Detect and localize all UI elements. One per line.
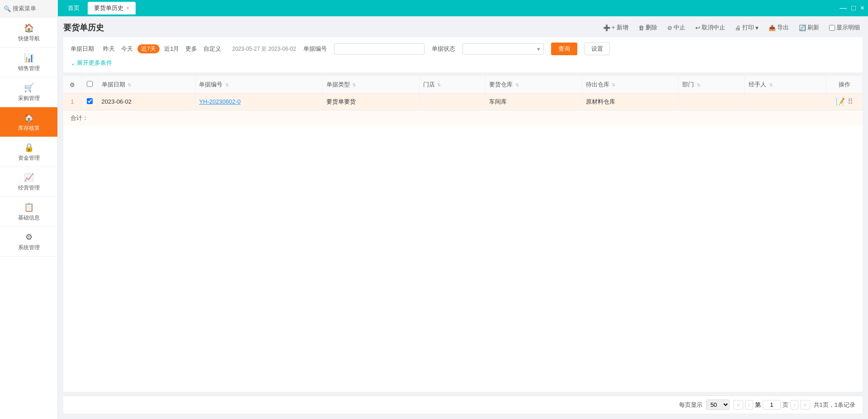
sort-icon: ⇅ [225, 82, 229, 87]
total-info: 共1页，1条记录 [814, 401, 855, 409]
th-store[interactable]: 门店 ⇅ [419, 76, 485, 94]
shortcut-7days[interactable]: 近7天 [137, 44, 160, 53]
sidebar-item-quick-nav[interactable]: 🏠 快捷导航 [0, 18, 57, 48]
sidebar-item-finance[interactable]: 🔒 资金管理 [0, 137, 57, 167]
th-doc-type-label: 单据类型 [326, 81, 350, 88]
select-all-checkbox[interactable] [87, 81, 93, 87]
sort-icon: ⇅ [612, 82, 615, 87]
sort-icon: ⇅ [697, 82, 700, 87]
doc-status-select[interactable] [462, 43, 544, 55]
sidebar-item-basic[interactable]: 📋 基础信息 [0, 197, 57, 227]
th-pending-warehouse[interactable]: 待出仓库 ⇅ [582, 76, 679, 94]
row-checkbox[interactable] [81, 94, 98, 110]
plus-icon: ➕ [603, 24, 610, 31]
table-area: ⚙ 单据日期 ⇅ 单据编号 ⇅ 单据类型 [63, 76, 863, 392]
row-doc-type: 要货单要货 [322, 94, 419, 110]
stop-label: 中止 [674, 24, 685, 32]
stop-button[interactable]: ⊘ 中止 [665, 22, 688, 33]
sidebar-item-purchase[interactable]: 🛒 采购管理 [0, 77, 57, 107]
expand-filter-button[interactable]: ⌄ 展开更多条件 [71, 59, 855, 67]
date-filter-label: 单据日期 [71, 45, 94, 53]
cancel-stop-button[interactable]: ↩ 取消中止 [693, 22, 728, 33]
close-window-button[interactable]: × [860, 4, 864, 12]
search-button[interactable]: 查询 [551, 43, 577, 55]
th-doc-no[interactable]: 单据编号 ⇅ [195, 76, 322, 94]
show-detail-toggle[interactable]: 显示明细 [826, 22, 863, 33]
th-checkbox [81, 76, 98, 94]
page-header: 要货单历史 ➕ + 新增 🗑 删除 ⊘ 中止 ↩ 取消中止 [63, 22, 863, 33]
sort-icon: ⇅ [769, 82, 773, 87]
row-req-warehouse: 车间库 [486, 94, 582, 110]
row-dept [679, 94, 745, 110]
export-label: 导出 [777, 24, 789, 32]
tab-home[interactable]: 首页 [61, 2, 86, 14]
table-footer: 合计： [63, 110, 863, 126]
next-page-button[interactable]: › [790, 400, 798, 409]
sidebar-search[interactable]: 🔍 搜索菜单 [0, 0, 57, 18]
prev-page-button[interactable]: ‹ [745, 400, 753, 409]
shortcut-more[interactable]: 更多 [184, 44, 199, 53]
th-req-warehouse[interactable]: 要货仓库 ⇅ [486, 76, 582, 94]
row-edit-button[interactable]: 📝 [836, 97, 845, 106]
doc-no-input[interactable] [334, 43, 425, 55]
refresh-button[interactable]: 🔄 刷新 [796, 22, 822, 33]
shortcut-custom[interactable]: 自定义 [202, 44, 223, 53]
sidebar-item-label: 采购管理 [18, 95, 40, 102]
restore-button[interactable]: □ [851, 4, 856, 12]
page-title: 要货单历史 [63, 22, 104, 33]
main-area: 首页 要货单历史 × — □ × 要货单历史 ➕ + 新增 🗑 删除 [58, 0, 868, 419]
operation-icon: 📈 [24, 172, 34, 182]
table-row: 1 2023-06-02 YH-20230602-0 要货单要货 车间库 原材料… [63, 94, 863, 110]
show-detail-checkbox[interactable] [829, 25, 835, 31]
sort-icon: ⇅ [127, 82, 131, 87]
tab-bar-right: — □ × [840, 4, 864, 12]
delete-button[interactable]: 🗑 删除 [636, 22, 660, 33]
filter-area: 单据日期 昨天 今天 近7天 近1月 更多 自定义 2023-05-27 至 2… [63, 37, 863, 72]
sidebar-item-label: 资金管理 [18, 154, 40, 162]
sort-icon: ⇅ [352, 82, 356, 87]
sidebar-item-system[interactable]: ⚙ 系统管理 [0, 227, 57, 257]
print-button[interactable]: 🖨 打印 ▾ [732, 22, 761, 33]
th-dept[interactable]: 部门 ⇅ [679, 76, 745, 94]
shortcut-yesterday[interactable]: 昨天 [101, 44, 117, 53]
new-button[interactable]: ➕ + 新增 [600, 22, 631, 33]
toolbar: ➕ + 新增 🗑 删除 ⊘ 中止 ↩ 取消中止 🖨 打印 [600, 22, 863, 33]
doc-status-label: 单据状态 [432, 45, 455, 53]
export-icon: 📤 [769, 24, 776, 31]
th-doc-no-label: 单据编号 [199, 81, 222, 88]
sidebar-item-inventory[interactable]: 🏠 库存核算 [0, 107, 57, 137]
tab-active[interactable]: 要货单历史 × [88, 2, 136, 14]
sidebar-item-operation[interactable]: 📈 经营管理 [0, 167, 57, 197]
pagination-bar: 每页显示 20 50 100 « ‹ 第 页 › » 共1页，1条记录 [63, 395, 863, 414]
cancel-stop-icon: ↩ [695, 24, 700, 31]
row-more-button[interactable]: ⠿ [848, 97, 853, 106]
page-size-select[interactable]: 20 50 100 [706, 400, 730, 410]
shortcut-today[interactable]: 今天 [119, 44, 135, 53]
th-handler[interactable]: 经手人 ⇅ [745, 76, 826, 94]
row-num: 1 [63, 94, 81, 110]
date-range-display: 2023-05-27 至 2023-06-02 [232, 45, 296, 53]
tab-close-icon[interactable]: × [126, 5, 129, 11]
home-icon: 🏠 [24, 23, 34, 33]
export-button[interactable]: 📤 导出 [766, 22, 792, 33]
expand-label: 展开更多条件 [77, 59, 112, 67]
date-shortcuts: 昨天 今天 近7天 近1月 更多 自定义 [101, 44, 223, 53]
content-area: 要货单历史 ➕ + 新增 🗑 删除 ⊘ 中止 ↩ 取消中止 [58, 16, 868, 419]
last-page-button[interactable]: » [800, 400, 810, 409]
sidebar-item-label: 基础信息 [18, 214, 40, 222]
setting-button[interactable]: 设置 [585, 43, 610, 55]
row-handler [745, 94, 826, 110]
sidebar-item-label: 销售管理 [18, 65, 40, 72]
page-input[interactable] [763, 400, 781, 409]
sidebar-item-sales[interactable]: 📊 销售管理 [0, 48, 57, 77]
th-doc-type[interactable]: 单据类型 ⇅ [322, 76, 419, 94]
row-doc-no[interactable]: YH-20230602-0 [195, 94, 322, 110]
first-page-button[interactable]: « [733, 400, 743, 409]
th-settings[interactable]: ⚙ [63, 76, 81, 94]
gear-icon: ⚙ [25, 232, 33, 242]
search-icon: 🔍 [4, 5, 11, 12]
shortcut-1month[interactable]: 近1月 [162, 44, 181, 53]
delete-label: 删除 [646, 24, 657, 32]
th-date[interactable]: 单据日期 ⇅ [98, 76, 195, 94]
minimize-button[interactable]: — [840, 4, 847, 12]
